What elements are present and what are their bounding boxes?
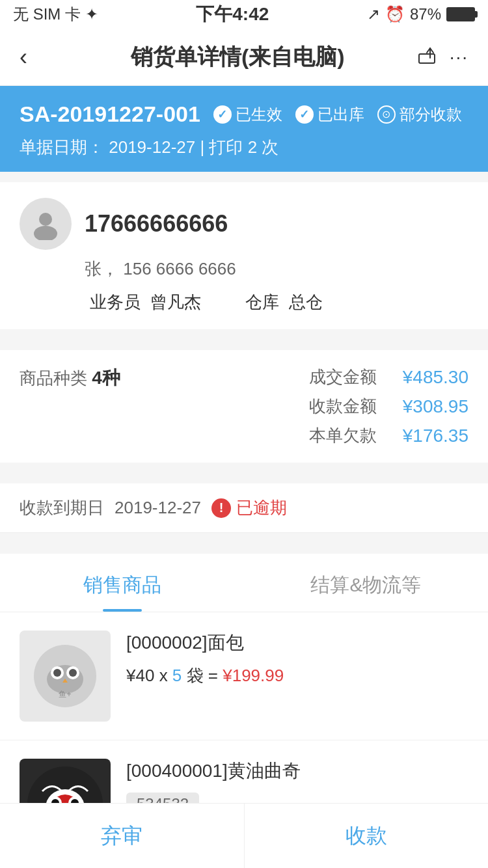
product-image-1: 鱼+ bbox=[20, 631, 111, 722]
svg-point-2 bbox=[34, 226, 57, 240]
debt-label: 本单欠款 bbox=[309, 424, 377, 447]
customer-name: 张， bbox=[85, 259, 118, 278]
customer-card: 17666666666 张， 156 6666 6666 业务员 曾凡杰 仓库 … bbox=[0, 182, 488, 329]
product-tabs: 销售商品 结算&物流等 bbox=[0, 554, 488, 612]
nav-bar: ‹ 销货单详情(来自电脑) ··· bbox=[0, 29, 488, 86]
product-price-1: ¥40 x 5 袋 = ¥199.99 bbox=[126, 664, 468, 687]
svg-text:鱼+: 鱼+ bbox=[59, 690, 71, 699]
product-name-2: [000400001]黄油曲奇 bbox=[126, 759, 468, 783]
warehouse-name: 总仓 bbox=[289, 292, 323, 312]
order-header: SA-20191227-001 ✓ 已生效 ✓ 已出库 ⊙ 部分收款 单据日期：… bbox=[0, 86, 488, 172]
status-bar-time: 下午4:42 bbox=[196, 2, 269, 27]
price-value-1: ¥40 bbox=[126, 666, 154, 685]
stats-category: 商品种类 4种 bbox=[20, 366, 120, 447]
payment-label: 收款金额 bbox=[309, 395, 377, 418]
product-thumb-1: 鱼+ bbox=[20, 631, 111, 722]
customer-contact-phone: 156 6666 6666 bbox=[123, 259, 236, 278]
transaction-label: 成交金额 bbox=[309, 366, 377, 388]
product-name-1: [0000002]面包 bbox=[126, 631, 468, 655]
order-date-row: 单据日期： 2019-12-27 | 打印 2 次 bbox=[20, 136, 468, 159]
stats-amounts: 成交金额 ¥485.30 收款金额 ¥308.95 本单欠款 ¥176.35 bbox=[309, 366, 468, 447]
category-count: 4种 bbox=[92, 368, 120, 388]
svg-point-7 bbox=[53, 669, 61, 677]
due-date-bar: 收款到期日 2019-12-27 ! 已逾期 bbox=[0, 483, 488, 533]
due-date-label: 收款到期日 bbox=[20, 496, 104, 519]
status-bar: 无 SIM 卡 ✦ 下午4:42 ↗ ⏰ 87% bbox=[0, 0, 488, 29]
divider-1 bbox=[0, 172, 488, 182]
badge-active: ✓ 已生效 bbox=[213, 104, 282, 125]
sales-name: 曾凡杰 bbox=[150, 292, 201, 312]
svg-point-1 bbox=[39, 213, 52, 226]
price-x-1: x bbox=[159, 666, 172, 685]
signal-text: 无 SIM 卡 ✦ bbox=[13, 4, 98, 25]
warehouse-meta: 仓库 总仓 bbox=[240, 291, 323, 314]
share-icon[interactable] bbox=[417, 45, 437, 69]
tab-sales-product-label: 销售商品 bbox=[83, 574, 161, 595]
overdue-icon: ! bbox=[211, 498, 231, 518]
badge-partial-label: 部分收款 bbox=[400, 104, 462, 125]
payment-row: 收款金额 ¥308.95 bbox=[309, 395, 468, 418]
sales-label: 业务员 bbox=[90, 292, 141, 312]
order-id: SA-20191227-001 bbox=[20, 102, 200, 127]
price-eq-1: = bbox=[208, 666, 223, 685]
badge-partial: ⊙ 部分收款 bbox=[377, 104, 462, 125]
product-info-1: [0000002]面包 ¥40 x 5 袋 = ¥199.99 bbox=[126, 631, 468, 722]
customer-avatar bbox=[20, 198, 72, 250]
transaction-row: 成交金额 ¥485.30 bbox=[309, 366, 468, 388]
divider-4 bbox=[0, 543, 488, 554]
category-label: 商品种类 bbox=[20, 368, 87, 388]
clock-icon: ⊙ bbox=[377, 105, 396, 124]
product-item: 鱼+ [0000002]面包 ¥40 x 5 袋 = ¥199.99 bbox=[0, 612, 488, 740]
battery-icon bbox=[446, 7, 475, 21]
payment-amount: ¥308.95 bbox=[403, 396, 468, 417]
nav-right-icons: ··· bbox=[417, 45, 468, 69]
divider-3 bbox=[0, 473, 488, 483]
product-total-1: ¥199.99 bbox=[223, 666, 284, 685]
print-suffix: 次 bbox=[262, 137, 278, 157]
bottom-bar: 弃审 收款 bbox=[0, 803, 488, 868]
tab-settlement[interactable]: 结算&物流等 bbox=[244, 554, 488, 612]
overdue-badge: ! 已逾期 bbox=[211, 496, 287, 519]
page-title: 销货单详情(来自电脑) bbox=[131, 42, 345, 72]
overdue-label: 已逾期 bbox=[236, 496, 287, 519]
battery-text: 87% bbox=[410, 5, 441, 23]
sales-meta: 业务员 曾凡杰 bbox=[85, 291, 201, 314]
customer-name-phone: 张， 156 6666 6666 bbox=[20, 258, 468, 280]
stats-card: 商品种类 4种 成交金额 ¥485.30 收款金额 ¥308.95 本单欠款 ¥… bbox=[0, 350, 488, 463]
print-label: | 打印 bbox=[200, 137, 243, 157]
customer-meta: 业务员 曾凡杰 仓库 总仓 bbox=[20, 291, 468, 314]
svg-point-8 bbox=[69, 669, 77, 677]
back-button[interactable]: ‹ bbox=[20, 44, 59, 71]
tab-sales-product[interactable]: 销售商品 bbox=[0, 554, 244, 612]
divider-2 bbox=[0, 340, 488, 350]
due-date-value: 2019-12-27 bbox=[115, 498, 201, 518]
abandon-review-label: 弃审 bbox=[101, 822, 142, 850]
debt-amount: ¥176.35 bbox=[403, 426, 468, 446]
order-date: 2019-12-27 bbox=[109, 137, 195, 157]
location-icon: ↗ bbox=[367, 5, 380, 23]
status-bar-left: 无 SIM 卡 ✦ bbox=[13, 4, 98, 25]
product-unit-1: 袋 bbox=[187, 666, 204, 685]
check-icon-1: ✓ bbox=[213, 105, 232, 124]
transaction-amount: ¥485.30 bbox=[403, 367, 468, 388]
more-icon[interactable]: ··· bbox=[450, 47, 468, 68]
badge-shipped: ✓ 已出库 bbox=[295, 104, 364, 125]
product-qty-1: 5 bbox=[172, 666, 182, 685]
order-id-row: SA-20191227-001 ✓ 已生效 ✓ 已出库 ⊙ 部分收款 bbox=[20, 102, 468, 127]
warehouse-label: 仓库 bbox=[245, 292, 279, 312]
collect-payment-button[interactable]: 收款 bbox=[245, 804, 489, 868]
collect-payment-label: 收款 bbox=[346, 822, 387, 850]
alarm-icon: ⏰ bbox=[385, 5, 405, 23]
print-count: 2 bbox=[248, 137, 257, 157]
check-icon-2: ✓ bbox=[295, 105, 314, 124]
badge-active-label: 已生效 bbox=[236, 104, 282, 125]
debt-row: 本单欠款 ¥176.35 bbox=[309, 424, 468, 447]
customer-main-row: 17666666666 bbox=[20, 198, 468, 250]
date-label: 单据日期： bbox=[20, 137, 104, 157]
customer-phone[interactable]: 17666666666 bbox=[85, 210, 228, 237]
abandon-review-button[interactable]: 弃审 bbox=[0, 804, 245, 868]
tab-settlement-label: 结算&物流等 bbox=[310, 574, 421, 595]
status-bar-right: ↗ ⏰ 87% bbox=[367, 5, 475, 23]
svg-rect-0 bbox=[419, 54, 435, 63]
badge-shipped-label: 已出库 bbox=[318, 104, 364, 125]
